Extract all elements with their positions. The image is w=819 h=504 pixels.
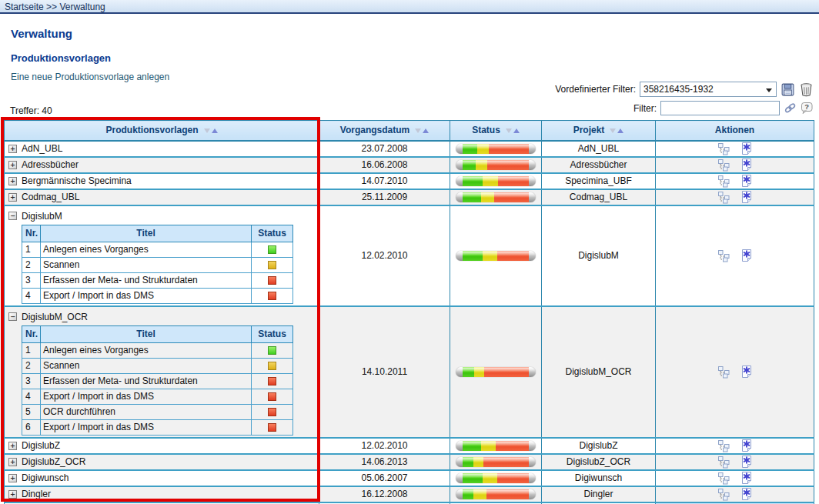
sort-descending-icon[interactable] [610,129,616,133]
progress-segments [463,160,529,170]
status-cell [450,470,542,486]
column-header-produktionsvorlagen[interactable]: Produktionsvorlagen [5,121,319,141]
project-cell: DigislubZ [542,438,656,454]
workflow-structure-icon[interactable] [717,439,730,452]
project-cell: AdN_UBL [542,141,656,157]
workflow-structure-icon[interactable] [717,471,730,485]
actions-cell [656,173,814,189]
progress-yellow-segment [476,160,487,170]
collapse-icon[interactable]: − [8,312,17,321]
progress-green-segment [463,367,474,377]
actions-group [656,365,814,379]
template-row-head: −DigislubM_OCR [5,312,319,322]
create-process-icon[interactable] [740,190,754,204]
templates-table: ProduktionsvorlagenVorgangsdatumStatusPr… [4,120,814,504]
breadcrumb: Startseite >> Verwaltung [0,0,819,14]
template-row-head: +Dingler [5,488,319,501]
create-process-icon[interactable] [740,455,754,469]
status-cell [450,189,542,205]
process-date-cell: 12.02.2010 [319,205,450,306]
template-cell: +Digiwunsch [5,470,319,486]
expand-icon[interactable]: + [8,177,17,185]
column-header-projekt[interactable]: Projekt [542,121,656,141]
create-process-icon[interactable] [740,365,754,379]
collapse-icon[interactable]: − [8,212,17,220]
project-cell: DigislubZ_OCR [542,454,656,470]
expand-icon[interactable]: + [8,442,17,450]
status-cell [450,486,542,502]
step-status-red-icon [268,292,276,300]
progress-right-cap [529,160,536,170]
create-process-icon[interactable] [740,249,754,262]
step-row: 5OCR durchführen [22,404,293,419]
workflow-structure-icon[interactable] [717,249,730,262]
create-process-icon[interactable] [740,439,754,452]
workflow-structure-icon[interactable] [717,142,730,155]
template-name: DigislubM [22,211,62,222]
column-header-vorgangsdatum[interactable]: Vorgangsdatum [319,121,450,141]
sort-descending-icon[interactable] [415,129,421,133]
step-row: 2Scannen [22,358,293,373]
create-process-icon[interactable] [740,142,754,155]
step-number: 6 [22,419,41,435]
filter-input[interactable] [660,101,780,115]
workflow-structure-icon[interactable] [717,174,730,188]
sort-descending-icon[interactable] [506,129,512,133]
step-title: Erfassen der Meta- und Strukturdaten [41,373,252,389]
column-header-label: Aktionen [715,125,754,135]
help-icon[interactable]: ? [801,102,814,115]
hits-count: Treffer: 40 [10,105,52,116]
status-progress-bar [456,251,536,261]
delete-icon[interactable] [799,82,814,97]
step-title: OCR durchführen [41,404,252,419]
workflow-structure-icon[interactable] [717,487,730,501]
table-row: +DigislubZ12.02.2010DigislubZ [5,438,814,454]
expand-icon[interactable]: + [8,145,17,153]
progress-red-segment [489,144,529,154]
progress-segments [463,473,529,483]
project-cell: Adressbücher [542,157,656,173]
expand-icon[interactable]: + [8,193,17,202]
progress-yellow-segment [474,367,484,377]
new-template-link[interactable]: Eine neue Produktionsvorlage anlegen [11,72,169,82]
column-header-status[interactable]: Status [450,121,542,141]
expand-icon[interactable]: + [8,490,17,499]
predefined-filter-select[interactable]: 358216435-1932 [640,82,777,97]
actions-cell [656,486,814,502]
table-row: +Digiwunsch05.06.2007Digiwunsch [5,470,814,486]
sort-ascending-icon[interactable] [513,129,520,133]
actions-cell [656,438,814,454]
step-status-green-icon [268,245,276,254]
sort-descending-icon[interactable] [204,129,210,133]
sort-ascending-icon[interactable] [617,129,623,133]
steps-header-row: Nr.TitelStatus [22,325,293,342]
progress-segments [463,367,529,377]
workflow-structure-icon[interactable] [717,455,730,469]
predefined-filter-label: Vordefinierter Filter: [555,84,636,95]
actions-cell [656,141,814,157]
save-icon[interactable] [781,82,795,97]
breadcrumb-home-link[interactable]: Startseite [5,2,44,12]
reload-icon[interactable] [784,102,797,115]
expand-icon[interactable]: + [8,458,17,466]
expand-icon[interactable]: + [8,161,17,169]
progress-yellow-segment [473,457,483,467]
template-row-head: +DigislubZ [5,439,319,452]
workflow-structure-icon[interactable] [717,190,730,204]
sort-ascending-icon[interactable] [212,129,218,133]
workflow-structure-icon[interactable] [717,158,730,172]
create-process-icon[interactable] [740,471,754,485]
progress-segments [463,251,529,261]
create-process-icon[interactable] [740,174,754,188]
template-row-head: +Adressbücher [5,159,319,172]
column-header-label: Projekt [573,125,605,135]
create-process-icon[interactable] [740,487,754,501]
sort-ascending-icon[interactable] [423,129,429,133]
expand-icon[interactable]: + [8,474,17,482]
workflow-structure-icon[interactable] [717,365,730,379]
create-process-icon[interactable] [740,158,754,172]
project-cell: DigislubM_OCR [542,306,656,438]
status-progress-bar [456,367,536,377]
actions-cell [656,205,814,306]
table-row: +Dingler16.12.2008Dingler [5,486,814,502]
